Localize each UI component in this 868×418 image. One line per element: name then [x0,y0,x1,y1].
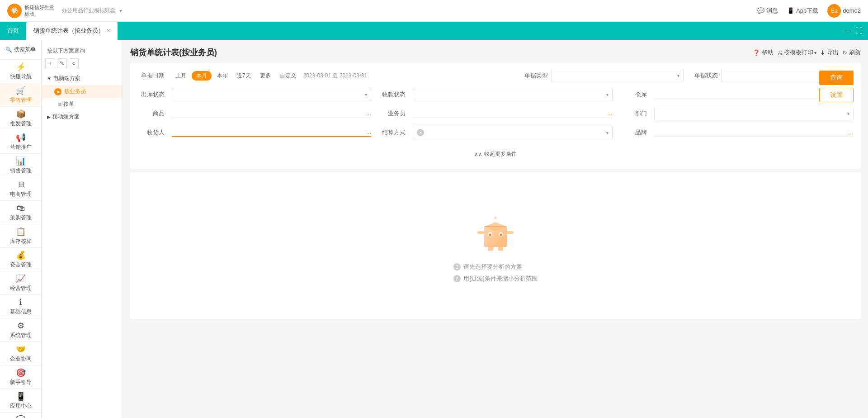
sidebar-item-inventory[interactable]: 📋 库存核算 [0,224,41,248]
department-select[interactable]: ▾ [654,107,854,120]
receipt-status-select[interactable]: ▾ [413,88,612,101]
query-button[interactable]: 查询 [819,71,854,85]
search-menu-button[interactable]: 🔍 搜索菜单 [0,40,41,60]
avatar: Ea [827,4,841,18]
date-tab-last-month[interactable]: 上月 [172,71,190,81]
tab-bar-actions: — ⛶ [844,27,868,35]
warehouse-label: 仓库 [620,90,647,99]
receiver-input[interactable]: ... [172,128,371,137]
goods-col: ... [172,109,371,118]
add-scheme-button[interactable]: + [45,58,55,68]
tab-expand-icon[interactable]: ⛶ [855,27,863,35]
user-menu[interactable]: Ea demo2 [827,4,861,18]
settlement-clear-button[interactable]: × [417,129,424,136]
marketing-icon: 📢 [16,133,26,142]
download-icon: 📱 [787,7,794,14]
sidebar-item-purchase[interactable]: 🛍 采购管理 [0,201,41,224]
guide-icon: 🎯 [16,368,26,378]
basic-info-icon: ℹ [19,297,22,307]
main-layout: 🔍 搜索菜单 ⚡ 快捷导航 🛒 零售管理 📦 批发管理 📢 营销推广 📊 销售管… [0,40,868,418]
help-button[interactable]: ❓ 帮助 [753,48,774,57]
doc-type-control: ▾ [552,69,684,82]
settlement-select[interactable]: × ▾ [413,126,612,139]
receiver-col: ... [172,128,371,137]
settings-button[interactable]: 设置 [819,88,854,102]
retail-icon: 🛒 [16,86,26,95]
sidebar-item-system[interactable]: ⚙ 系统管理 [0,318,41,342]
out-status-arrow-icon: ▾ [365,92,367,97]
svg-text:✦: ✦ [493,214,498,222]
content-area: 销货单统计表(按业务员) ❓ 帮助 🖨 按模板打印 ▾ ⬇ 导出 ↻ 刷新 [123,40,868,418]
empty-tip-2: 2 用[过滤]条件来缩小分析范围 [453,275,537,283]
out-status-select[interactable]: ▾ [172,88,371,101]
wechat-icon: 💬 [16,415,26,418]
goods-dots-button[interactable]: ... [366,109,372,117]
date-tab-this-month[interactable]: 本月 [192,71,212,81]
sidebar-item-sales[interactable]: 📊 销售管理 [0,154,41,177]
empty-tip-1: 1 请先选择要分析的方案 [453,263,537,271]
receiver-label: 收货人 [137,128,165,137]
sidebar-item-collab[interactable]: 🤝 企业协同 [0,342,41,366]
page-title: 销货单统计表(按业务员) [130,47,217,58]
logo-text: 畅捷信好生意 标版 [24,4,54,17]
wholesale-icon: 📦 [16,109,26,119]
date-tab-custom[interactable]: 自定义 [276,71,300,81]
sidebar-item-wholesale[interactable]: 📦 批发管理 [0,107,41,130]
doc-type-label: 单据类型 [521,71,548,80]
tab-home[interactable]: 首页 [0,22,26,40]
doc-type-arrow-icon: ▾ [677,73,679,78]
empty-tips: 1 请先选择要分析的方案 2 用[过滤]条件来缩小分析范围 [453,263,537,283]
sidebar-item-retail[interactable]: 🛒 零售管理 [0,83,41,107]
mobile-scheme-section[interactable]: ▶ 移动端方案 [42,110,123,124]
refresh-button[interactable]: ↻ 刷新 [842,48,861,57]
print-button[interactable]: 🖨 按模板打印 ▾ [777,48,816,57]
edit-scheme-button[interactable]: ✎ [57,58,67,68]
filter-row-receiver: 收货人 ... 结算方式 × ▾ 品牌 ... [137,126,854,139]
sidebar-item-marketing[interactable]: 📢 营销推广 [0,130,41,154]
export-button[interactable]: ⬇ 导出 [820,48,839,57]
tab-close-icon[interactable]: × [107,28,110,34]
doc-type-select[interactable]: ▾ [552,69,684,82]
sidebar-item-ecommerce[interactable]: 🖥 电商管理 [0,177,41,201]
sidebar-item-basic-info[interactable]: ℹ 基础信息 [0,295,41,318]
sidebar-item-guide[interactable]: 🎯 新手引导 [0,366,41,389]
page-header-right: ❓ 帮助 🖨 按模板打印 ▾ ⬇ 导出 ↻ 刷新 [753,48,861,57]
message-icon: 💬 [757,7,764,14]
desktop-scheme-section[interactable]: ▼ 电脑端方案 [42,72,123,85]
sidebar-item-operations[interactable]: 📈 经营管理 [0,271,41,295]
sidebar-item-apps[interactable]: 📱 应用中心 [0,389,41,413]
sidebar-item-wechat[interactable]: 💬 企业微信 [0,413,41,418]
date-tab-last-7-days[interactable]: 近7天 [233,71,255,81]
filter-row-date: 单据日期 上月 本月 本年 近7天 更多 自定义 2023-03-01 至 20… [137,69,854,82]
doc-status-label: 单据状态 [691,71,718,80]
scheme-icon: ● [54,88,61,95]
receipt-status-label: 收款状态 [378,90,406,99]
date-tab-more[interactable]: 更多 [256,71,274,81]
receiver-dots-button[interactable]: ... [366,128,372,135]
sidebar: 🔍 搜索菜单 ⚡ 快捷导航 🛒 零售管理 📦 批发管理 📢 营销推广 📊 销售管… [0,40,42,418]
export-icon: ⬇ [820,49,825,56]
scheme-by-order[interactable]: ≡ 按单 [42,98,123,110]
collapse-panel-button[interactable]: « [69,58,79,68]
collapse-conditions-button[interactable]: ∧∧ 收起更多条件 [469,148,522,160]
breadcrumb-arrow[interactable]: ▾ [119,8,122,14]
app-download-button[interactable]: 📱 App下载 [787,7,818,15]
brand-input: ... [654,128,854,137]
department-label: 部门 [620,109,647,118]
filter-buttons: 查询 设置 [819,71,854,102]
date-tab-this-year[interactable]: 本年 [213,71,231,81]
tab-bar: 首页 销货单统计表（按业务员） × — ⛶ [0,22,868,40]
tab-sales-report[interactable]: 销货单统计表（按业务员） × [26,22,118,40]
sidebar-item-finance[interactable]: 💰 资金管理 [0,248,41,271]
message-button[interactable]: 💬 消息 [757,7,778,15]
apps-icon: 📱 [16,391,26,401]
tab-minimize-icon[interactable]: — [844,27,852,35]
header-right: 💬 消息 📱 App下载 Ea demo2 [757,4,861,18]
tip-num-2: 2 [453,275,461,282]
sidebar-item-quick-nav[interactable]: ⚡ 快捷导航 [0,60,41,83]
filter-row-status: 出库状态 ▾ 收款状态 ▾ 仓库 ... [137,88,854,101]
brand-dots-button[interactable]: ... [848,128,854,136]
scheme-by-salesman[interactable]: ● 按业务员 [42,85,123,98]
out-status-col: ▾ [172,88,371,101]
salesman-dots-button[interactable]: ... [607,109,613,117]
